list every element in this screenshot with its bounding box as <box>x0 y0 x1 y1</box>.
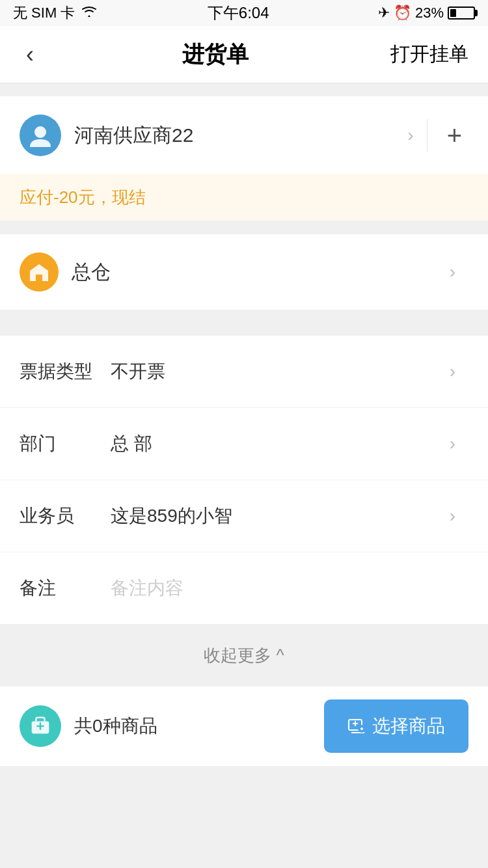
salesman-label: 业务员 <box>20 504 111 528</box>
section-gap-2 <box>0 221 488 234</box>
add-supplier-button[interactable]: + <box>441 121 468 150</box>
department-value: 总 部 <box>111 431 450 456</box>
back-button[interactable]: ‹ <box>20 34 40 75</box>
product-icon <box>20 705 61 747</box>
supplier-notice: 应付-20元，现结 <box>0 174 488 221</box>
warehouse-row[interactable]: 总仓 › <box>0 234 488 310</box>
supplier-avatar <box>20 115 61 156</box>
battery-percent: 23% <box>415 5 444 21</box>
department-row[interactable]: 部门 总 部 › <box>0 408 488 480</box>
status-time: 下午6:04 <box>208 3 269 23</box>
select-product-icon <box>347 717 366 735</box>
status-bar: 无 SIM 卡 下午6:04 ✈ ⏰ 23% <box>0 0 488 26</box>
svg-point-0 <box>34 126 46 138</box>
warehouse-chevron-icon: › <box>450 262 455 282</box>
ticket-type-value: 不开票 <box>111 359 450 384</box>
warehouse-icon <box>20 252 59 292</box>
warehouse-name: 总仓 <box>72 259 450 286</box>
supplier-chevron-icon: › <box>407 125 413 146</box>
page-title: 进货单 <box>182 40 249 70</box>
ticket-type-chevron-icon: › <box>450 361 455 382</box>
collapse-row[interactable]: 收起更多 ^ <box>0 625 488 686</box>
select-product-button[interactable]: 选择商品 <box>324 699 468 753</box>
department-chevron-icon: › <box>450 433 455 454</box>
status-carrier: 无 SIM 卡 <box>13 3 98 23</box>
supplier-row[interactable]: 河南供应商22 › + <box>0 96 488 174</box>
salesman-value: 这是859的小智 <box>111 504 450 528</box>
department-label: 部门 <box>20 431 111 456</box>
nav-bar: ‹ 进货单 打开挂单 <box>0 26 488 83</box>
bottom-bar: 共0种商品 选择商品 <box>0 686 488 766</box>
form-section: 票据类型 不开票 › 部门 总 部 › 业务员 这是859的小智 › 备注 备注… <box>0 336 488 625</box>
warehouse-section: 总仓 › <box>0 234 488 310</box>
section-gap-1 <box>0 83 488 96</box>
select-product-label: 选择商品 <box>372 714 445 739</box>
supplier-name: 河南供应商22 <box>74 122 407 149</box>
remark-label: 备注 <box>20 576 111 601</box>
carrier-text: 无 SIM 卡 <box>13 3 75 23</box>
main-content: 河南供应商22 › + 应付-20元，现结 总仓 › 票据类型 不开票 <box>0 83 488 868</box>
salesman-row[interactable]: 业务员 这是859的小智 › <box>0 480 488 552</box>
supplier-section: 河南供应商22 › + 应付-20元，现结 <box>0 96 488 221</box>
collapse-label: 收起更多 ^ <box>204 644 284 667</box>
salesman-chevron-icon: › <box>450 506 455 526</box>
location-icon: ✈ <box>378 5 390 21</box>
remark-row[interactable]: 备注 备注内容 <box>0 552 488 625</box>
ticket-type-label: 票据类型 <box>20 359 111 384</box>
open-pending-button[interactable]: 打开挂单 <box>390 41 468 68</box>
svg-rect-1 <box>36 275 42 281</box>
alarm-icon: ⏰ <box>394 5 411 21</box>
ticket-type-row[interactable]: 票据类型 不开票 › <box>0 336 488 408</box>
status-right: ✈ ⏰ 23% <box>378 5 475 21</box>
battery-icon <box>448 7 475 20</box>
wifi-icon <box>80 5 98 21</box>
divider <box>427 119 427 152</box>
remark-input[interactable]: 备注内容 <box>111 576 468 601</box>
section-gap-3 <box>0 310 488 323</box>
product-count: 共0种商品 <box>74 714 324 739</box>
